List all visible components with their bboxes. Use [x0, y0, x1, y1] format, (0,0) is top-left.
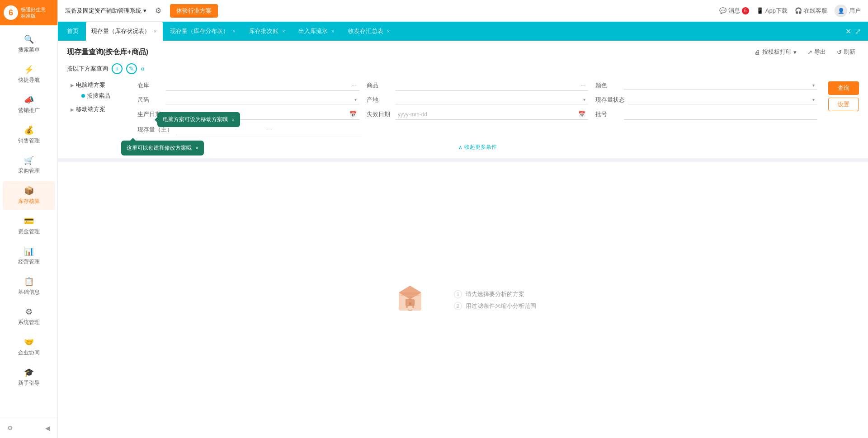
message-btn[interactable]: 💬 消息 6 [719, 7, 749, 15]
system-name-selector[interactable]: 装备及固定资产辅助管理系统 ▾ [65, 7, 146, 15]
reset-btn[interactable]: 设置 [828, 98, 859, 111]
tab-home[interactable]: 首页 [61, 22, 84, 41]
logo-text: 畅通好生意 标准版 [21, 6, 46, 19]
tab-batch-ledger[interactable]: 库存批次账 × [244, 22, 291, 41]
sidebar-item-base-info[interactable]: 📋 基础信息 [3, 272, 55, 301]
scheme-tree: ▶ 电脑端方案 按搜索品 ▶ 移动端方案 [67, 80, 130, 153]
tab-close-icon[interactable]: × [153, 28, 157, 35]
user-menu[interactable]: 👤 用户 [835, 5, 861, 17]
collapse-scheme-btn[interactable]: « [141, 65, 145, 73]
sidebar-item-system[interactable]: ⚙ 系统管理 [3, 302, 55, 331]
edit-scheme-btn[interactable]: ✎ [126, 63, 137, 74]
svg-rect-4 [401, 295, 419, 296]
topbar-right: 💬 消息 6 📱 App下载 🎧 在线客服 👤 用户 [719, 5, 861, 17]
sidebar-item-finance[interactable]: 💳 资金管理 [3, 212, 55, 240]
sidebar-item-guide[interactable]: 🎓 新手引导 [3, 363, 55, 391]
origin-label: 产地 [367, 96, 392, 104]
filter-exp-date: 失效日期 yyyy-mm-dd 📅 [367, 109, 589, 120]
filter-action-buttons: 查询 设置 [828, 80, 859, 153]
online-service-label: 在线客服 [804, 7, 827, 15]
filter-row-2: 尺码 ▾ 产地 ▾ [137, 95, 817, 104]
query-btn[interactable]: 查询 [828, 81, 859, 95]
sidebar-item-inventory[interactable]: 📦 库存核算 [3, 181, 55, 210]
stock-status-dropdown-icon: ▾ [812, 97, 815, 102]
tab-close-icon[interactable]: × [231, 28, 236, 35]
tab-stock-status[interactable]: 现存量（库存状况表） × [86, 22, 163, 41]
finance-icon: 💳 [24, 216, 34, 226]
tab-in-out-flow[interactable]: 出入库流水 × [293, 22, 340, 41]
goods-select[interactable]: ··· [395, 80, 589, 91]
batch-no-input[interactable] [624, 109, 817, 120]
filter-collapse-btn[interactable]: ∧ 收起更多条件 [137, 140, 817, 153]
tab-label: 现存量（库存状况表） [91, 27, 150, 35]
calendar-icon-2[interactable]: 📅 [578, 111, 585, 118]
origin-dropdown-icon: ▾ [583, 97, 585, 102]
scheme-desktop[interactable]: ▶ 电脑端方案 [71, 80, 130, 90]
tooltip-desktop-close[interactable]: × [231, 117, 235, 123]
sidebar-item-label: 销售管理 [18, 137, 40, 145]
filter-color: 颜色 ▾ [595, 81, 817, 90]
empty-state: 1 请先选择要分析的方案 2 用过滤条件来缩小分析范围 [390, 279, 536, 321]
filter-header: 按以下方案查询 + ✎ « [67, 63, 859, 74]
origin-select[interactable]: ▾ [395, 95, 589, 104]
tabbar: 首页 现存量（库存状况表） × 现存量（库存分布表） × 库存批次账 × 出入库… [58, 22, 868, 41]
sidebar-item-label: 企业协同 [18, 349, 40, 357]
topbar-settings-btn[interactable]: ⚙ [152, 5, 165, 17]
stock-qty-max[interactable] [274, 124, 362, 135]
filter-stock-status: 现存量状态 ▾ [595, 95, 817, 104]
app-download-btn[interactable]: 📱 App下载 [756, 7, 788, 15]
exp-date-start[interactable]: yyyy-mm-dd 📅 [395, 109, 589, 120]
message-label: 消息 [728, 7, 740, 15]
sidebar-item-enterprise[interactable]: 🤝 企业协同 [3, 333, 55, 361]
tab-label: 收发存汇总表 [348, 27, 383, 35]
scheme-mobile[interactable]: ▶ 移动端方案 [71, 104, 130, 115]
tab-stock-dist[interactable]: 现存量（库存分布表） × [165, 22, 241, 41]
main-content: 1 请先选择要分析的方案 2 用过滤条件来缩小分析范围 [58, 162, 868, 438]
content: 现存量查询(按仓库+商品) 🖨 按模板打印 ▾ ↗ 导出 ↺ 刷新 [58, 41, 868, 438]
tab-receive-summary[interactable]: 收发存汇总表 × [343, 22, 396, 41]
print-template-btn[interactable]: 🖨 按模板打印 ▾ [751, 46, 800, 58]
sidebar-settings-btn[interactable]: ⚙ [4, 422, 16, 434]
printer-icon: 🖨 [755, 49, 760, 56]
export-btn[interactable]: ↗ 导出 [804, 46, 830, 58]
tooltip-create-close[interactable]: × [195, 145, 198, 151]
trial-btn[interactable]: 体验行业方案 [170, 4, 218, 18]
goods-dots-icon[interactable]: ··· [580, 81, 586, 89]
sidebar-item-quick-nav[interactable]: ⚡ 快捷导航 [3, 60, 55, 89]
marketing-icon: 📣 [24, 95, 34, 105]
scheme-search-item[interactable]: 按搜索品 [71, 90, 130, 101]
sidebar-bottom: ⚙ ◀ [0, 418, 57, 438]
logo-icon: 6 [4, 5, 18, 20]
warehouse-select[interactable]: ··· [166, 80, 359, 91]
sidebar-item-sales[interactable]: 💰 销售管理 [3, 121, 55, 149]
color-select[interactable]: ▾ [624, 81, 817, 90]
chevron-up-icon: ∧ [458, 144, 462, 151]
topbar: 装备及固定资产辅助管理系统 ▾ ⚙ 体验行业方案 💬 消息 6 📱 App下载 … [58, 0, 868, 22]
sidebar-item-search[interactable]: 🔍 搜索菜单 [3, 30, 55, 58]
add-scheme-btn[interactable]: + [112, 63, 123, 74]
filter-label: 按以下方案查询 [67, 65, 108, 73]
sidebar-item-operations[interactable]: 📊 经营管理 [3, 242, 55, 270]
sidebar-collapse-btn[interactable]: ◀ [41, 422, 54, 434]
tab-close-icon[interactable]: × [386, 28, 391, 35]
main-area: 装备及固定资产辅助管理系统 ▾ ⚙ 体验行业方案 💬 消息 6 📱 App下载 … [58, 0, 868, 438]
filter-goods: 商品 ··· [367, 80, 589, 91]
tab-close-icon[interactable]: × [330, 28, 335, 35]
tab-close-icon[interactable]: × [281, 28, 286, 35]
refresh-btn[interactable]: ↺ 刷新 [833, 46, 859, 58]
exp-date-label: 失效日期 [367, 110, 392, 118]
sidebar-item-purchase[interactable]: 🛒 采购管理 [3, 151, 55, 179]
tip-num-1: 1 [454, 290, 462, 298]
warehouse-dots-icon[interactable]: ··· [351, 81, 357, 89]
tab-label: 出入库流水 [298, 27, 328, 35]
size-select[interactable]: ▾ [166, 95, 359, 104]
calendar-icon[interactable]: 📅 [349, 111, 357, 118]
tabbar-close-icon[interactable]: ✕ [845, 27, 851, 36]
scheme-dot-icon [81, 94, 85, 98]
tabbar-maximize-icon[interactable]: ⤢ [855, 27, 861, 36]
empty-tips: 1 请先选择要分析的方案 2 用过滤条件来缩小分析范围 [454, 290, 536, 310]
online-service-btn[interactable]: 🎧 在线客服 [795, 7, 827, 15]
sidebar-item-marketing[interactable]: 📣 营销推广 [3, 90, 55, 119]
stock-status-select[interactable]: ▾ [628, 95, 817, 104]
system-dropdown-icon: ▾ [143, 7, 146, 14]
